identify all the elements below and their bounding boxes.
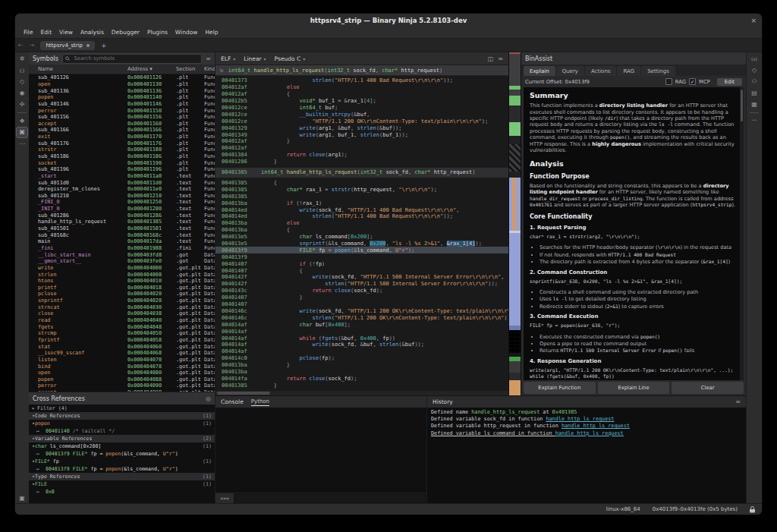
xref-entry[interactable]: ↦ 00401140 /* tailcall */ (29, 427, 215, 435)
symbol-row[interactable]: sub_4011760x000401176.pltFunction (29, 140, 215, 146)
tab-httpsrv4-strip[interactable]: httpsrv4_strip (40, 41, 95, 50)
binassist-tab-query[interactable]: Query (556, 66, 584, 76)
symbol-row[interactable]: fgets0x000404048.got.pltData (29, 323, 215, 330)
symbol-row[interactable]: sub_40168c0x00040168c.textFunction (29, 231, 215, 238)
symbol-row[interactable]: write0x000404000.got.pltData (29, 265, 215, 272)
symbol-row[interactable]: read0x000404040.got.pltData (29, 317, 215, 324)
tab-python[interactable]: Python (251, 398, 269, 406)
scrollbar-thumb[interactable] (741, 90, 743, 121)
pin-icon[interactable]: ◎ (206, 395, 211, 402)
code-line[interactable]: 00401329 write(arg1, &buf, strlen(&buf))… (215, 124, 508, 131)
code-line[interactable]: 004013f9 FILE* fp = popen(&ls_command, U… (215, 247, 508, 253)
code-line[interactable]: 00401384 return close(arg1); (215, 152, 508, 159)
symbol-row[interactable]: _INIT_00x000401280.textFunction (29, 206, 215, 212)
symbol-row[interactable]: handle_http_ls_request0x000401385.textFu… (29, 219, 215, 225)
horizontal-scrollbar[interactable] (215, 391, 508, 395)
symbol-row[interactable]: strlen0x000404008.got.pltData (29, 271, 215, 278)
code-line[interactable]: 004013ba } (215, 362, 508, 369)
rag-checkbox[interactable] (665, 78, 672, 85)
symbol-row[interactable]: accept0x000401160.pltFunction (29, 120, 215, 127)
history-entry[interactable]: Defined name handle_http_ls_request at 0… (431, 409, 742, 416)
symbol-row[interactable]: close0x000404038.got.pltData (29, 310, 215, 317)
symbols-icon[interactable]: ⌘ (17, 127, 27, 137)
code-line[interactable]: 004013ba if (!rax_1) (215, 200, 508, 206)
split-view-icon[interactable]: ◫ (488, 55, 494, 62)
code-line[interactable]: 004013e5 char ls_command[0x200]; (215, 234, 508, 241)
symbol-row[interactable]: open0x000404080.got.pltData (29, 370, 215, 376)
history-entry[interactable]: Defined variable sock_fd in function han… (431, 416, 742, 423)
code-line[interactable]: 00401407 (215, 301, 508, 308)
symbol-row[interactable]: strncat0x000404030.got.pltData (29, 304, 215, 310)
symbol-row[interactable]: deregister_tm_clones0x0004011e0.textFunc… (29, 186, 215, 193)
menu-debugger[interactable]: Debugger (108, 29, 143, 36)
code-line[interactable]: 00401349 write(arg1, buf_1, strlen(buf_1… (215, 131, 508, 138)
view-selector-elf[interactable]: ELF▾ (221, 55, 235, 62)
symbol-row[interactable]: sub_4011960x000401196.pltFunction (29, 166, 215, 173)
strings-icon[interactable]: ”” (749, 116, 760, 126)
code-line[interactable]: 004012af else (215, 84, 508, 91)
symbol-row[interactable]: _FINI_00x000401250.textFunction (29, 199, 215, 206)
column-header-section[interactable]: Section (176, 66, 204, 72)
code-line[interactable]: 004014ed strlen("HTTP/1.1 400 Bad Reques… (215, 213, 508, 220)
code-line[interactable]: 0040146c write(sock_fd, "HTTP/1.1 200 OK… (215, 308, 508, 315)
card-icon[interactable]: ▤ (749, 88, 760, 98)
view-selector-pseudo-c[interactable]: Pseudo C▾ (275, 55, 306, 62)
symbol-row[interactable]: printf0x000404018.got.pltData (29, 285, 215, 291)
sticky-function-header[interactable]: ↻int64_t handle_http_ls_request(int32_t … (215, 65, 508, 76)
xref-item-header[interactable]: ▾char ls_command[0x200](1) (29, 442, 215, 450)
history-entry[interactable]: Defined variable ls_command in function … (431, 430, 742, 437)
memory-map-icon[interactable]: ▦ (749, 99, 760, 109)
binassist-tab-actions[interactable]: Actions (585, 66, 617, 76)
search-input[interactable] (72, 55, 199, 62)
code-line[interactable]: 004013ba (215, 369, 508, 376)
clear-button[interactable]: Clear (672, 382, 744, 394)
column-header-address[interactable]: Address ▾ (127, 66, 176, 72)
code-line[interactable]: 00401407 } (215, 294, 508, 301)
python-console-input[interactable] (235, 494, 425, 502)
menu-edit[interactable]: Edit (37, 29, 56, 36)
variables-icon[interactable]: (x) (749, 54, 760, 64)
code-line[interactable]: 004014c0 pclose(fp); (215, 355, 508, 362)
tree-icon[interactable]: ❖ (17, 116, 27, 126)
tab-close-icon[interactable] (87, 44, 90, 47)
xref-entry[interactable]: ↦ 0x0 (29, 488, 215, 496)
xref-item-header[interactable]: ▾popen(1) (29, 420, 215, 427)
symbol-row[interactable]: sub_4011260x000401126.pltFunction (29, 74, 215, 81)
code-line[interactable]: 004014fa return close(sock_fd); (215, 375, 508, 382)
new-tab-button[interactable]: + (98, 42, 110, 49)
code-line[interactable]: 0040143c return close(sock_fd); (215, 288, 508, 294)
code-line[interactable]: 004014ed write(sock_fd, "HTTP/1.1 400 Ba… (215, 206, 508, 213)
symbol-row[interactable]: sub_4015010x000401501.textFunction (29, 225, 215, 232)
code-line[interactable]: 004012af { (215, 91, 508, 98)
code-line[interactable]: 004014af (215, 328, 508, 335)
code-line[interactable]: 004012ce int64_t buf; (215, 105, 508, 112)
menu-file[interactable]: File (20, 29, 37, 36)
xref-entry[interactable]: ↦ 004013f9 FILE* fp = popen(&ls_command,… (29, 450, 215, 458)
binassist-tab-rag[interactable]: RAG (617, 66, 640, 76)
history-entry[interactable]: Defined variable http_request in functio… (431, 423, 742, 430)
code-line[interactable]: 00401385 } (215, 382, 508, 389)
view-options-icon[interactable]: ≡ (498, 55, 503, 62)
binassist-tab-explain[interactable]: Explain (524, 66, 555, 76)
column-header-kind[interactable]: Kind (204, 66, 215, 72)
hexagon-icon[interactable]: ◇ (749, 65, 760, 75)
code-line[interactable]: 004014af write(sock_fd, &buf, strlen(&bu… (215, 342, 508, 348)
code-line[interactable]: 0040142f strlen("HTTP/1.1 500 Internal S… (215, 281, 508, 288)
symbol-row[interactable]: strcmp0x000404050.got.pltData (29, 330, 215, 337)
symbol-row[interactable]: sub_4012100x000401210.textFunction (29, 193, 215, 200)
symbol-row[interactable]: htons0x000404010.got.pltData (29, 278, 215, 285)
symbol-row[interactable]: listen0x000404070.got.pltData (29, 357, 215, 364)
address-pin-icon[interactable]: ◉ (17, 88, 27, 98)
xref-entry[interactable]: ↦ 004013f9 FILE* fp = popen(&ls_command,… (29, 465, 215, 473)
code-line[interactable]: 0040146c strlen("HTTP/1.1 200 OK\r\nCont… (215, 314, 508, 321)
edit-button[interactable]: Edit (717, 78, 742, 86)
debugger-icon[interactable]: ✣ (17, 99, 27, 109)
explain-function-button[interactable]: Explain Function (524, 382, 596, 394)
xref-item-header[interactable]: ▾FILE(1) (29, 480, 215, 488)
symbol-row[interactable]: __libc_start_main0x000403fd8.gotData (29, 251, 215, 258)
symbol-row[interactable]: sub_4011460x000401146.pltFunction (29, 101, 215, 108)
code-line[interactable]: 004014af while (fgets(&buf, 0x400, fp)) (215, 335, 508, 342)
code-line[interactable]: 004012ce "HTTP/1.1 200 OK\r\nContent-Typ… (215, 118, 508, 124)
symbol-row[interactable]: snprintf0x000404028.got.pltData (29, 297, 215, 304)
binassist-scrollbar[interactable] (740, 87, 744, 380)
